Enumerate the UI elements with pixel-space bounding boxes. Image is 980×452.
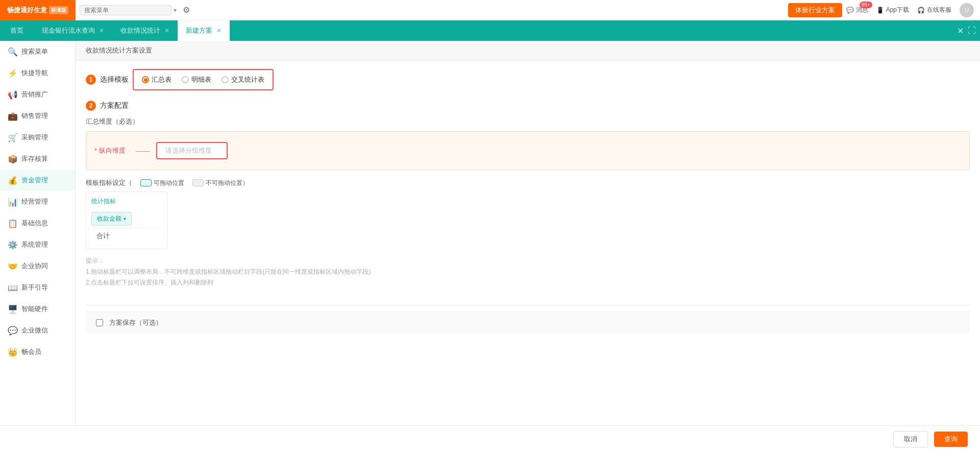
system-icon: ⚙️: [8, 240, 17, 249]
step2-badge: 2: [86, 101, 96, 111]
tips-section: 提示： 1.拖动标题栏可以调整布局，不可跨维度或指标区域拖动栏目字段(只能在同一…: [86, 249, 970, 295]
step1-title: 选择模板: [100, 75, 129, 84]
query-button[interactable]: 查询: [934, 432, 968, 447]
top-header: 畅捷通好生意 标准版 ▾ ⚙ 体验行业方案 💬 消息 99+ 📱 App下载 🎧…: [0, 0, 980, 20]
sidebar-label-hardware: 智能硬件: [21, 304, 48, 314]
config-section: 汇总维度（必选） * 纵向维度 —— 请选择分组维度 模板指标设定（: [86, 117, 970, 295]
download-item[interactable]: 📱 App下载: [876, 6, 909, 14]
management-icon: 📊: [8, 197, 17, 206]
radio-summary[interactable]: 汇总表: [142, 75, 172, 84]
section-container: 1 选择模板 汇总表 明细表: [76, 61, 980, 342]
edition-badge: 标准版: [49, 6, 68, 14]
radio-summary-label: 汇总表: [152, 75, 172, 84]
sidebar-item-system[interactable]: ⚙️ 系统管理: [0, 234, 75, 255]
tab-cashflow-close[interactable]: ✕: [99, 27, 104, 34]
tab-receipts[interactable]: 收款情况统计 ✕: [112, 20, 178, 41]
sidebar-label-marketing: 营销推广: [21, 90, 48, 99]
sidebar-label-inventory: 库存核算: [21, 154, 48, 163]
tab-new-plan-close[interactable]: ✕: [216, 27, 222, 34]
metrics-chip-amount[interactable]: 收款金额 ▾: [91, 212, 132, 226]
sidebar-item-sales[interactable]: 💼 销售管理: [0, 105, 75, 127]
dimension-select[interactable]: 请选择分组维度: [156, 142, 228, 159]
step1-header: 1 选择模板 汇总表 明细表: [86, 69, 970, 90]
basic-icon: 📋: [8, 219, 17, 228]
sidebar-label-management: 经营管理: [21, 197, 48, 206]
sidebar-label-basic: 基础信息: [21, 219, 48, 228]
header-right: 💬 消息 99+ 📱 App下载 🎧 在线客服 U: [846, 3, 974, 17]
chip-dropdown-icon: ▾: [124, 216, 126, 222]
save-label: 方案保存（可选）: [109, 318, 162, 327]
page-title: 收款情况统计方案设置: [86, 46, 152, 54]
tab-cashflow-label: 现金银行流水查询: [42, 26, 95, 35]
service-label: 在线客服: [927, 6, 951, 14]
sidebar-item-guide[interactable]: 📖 新手引导: [0, 277, 75, 298]
step2-title: 方案配置: [100, 101, 129, 110]
tab-new-plan[interactable]: 新建方案 ✕: [178, 20, 230, 41]
step2-section: 2 方案配置 汇总维度（必选） * 纵向维度 —— 请选择分组维度: [86, 101, 970, 295]
tab-cashflow[interactable]: 现金银行流水查询 ✕: [34, 20, 112, 41]
settings-icon[interactable]: ⚙: [183, 5, 190, 15]
dropdown-icon[interactable]: ▾: [174, 7, 177, 14]
service-item[interactable]: 🎧 在线客服: [917, 6, 951, 14]
sidebar-item-basic[interactable]: 📋 基础信息: [0, 212, 75, 234]
sidebar: 🔍 搜索菜单 ⚡ 快捷导航 📢 营销推广 💼 销售管理 🛒 采购管理 📦 库存核…: [0, 41, 76, 425]
sidebar-item-quicknav[interactable]: ⚡ 快捷导航: [0, 62, 75, 84]
download-icon: 📱: [876, 7, 884, 14]
footer-bar: 取消 查询: [0, 425, 980, 452]
hardware-icon: 🖥️: [8, 304, 17, 314]
sidebar-item-search[interactable]: 🔍 搜索菜单: [0, 41, 75, 62]
lightning-icon: ⚡: [8, 68, 17, 78]
sidebar-label-guide: 新手引导: [21, 283, 48, 292]
cancel-button[interactable]: 取消: [893, 431, 928, 447]
message-badge: 99+: [860, 2, 872, 8]
radio-cross-circle: [222, 76, 229, 83]
draggable-indicator: 可拖动位置: [140, 179, 184, 187]
tips-line1: 1.拖动标题栏可以调整布局，不可跨维度或指标区域拖动栏目字段(只能在同一维度或指…: [86, 267, 970, 278]
metrics-hint-prefix: 模板指标设定（: [86, 178, 132, 187]
nav-tabs: 首页 现金银行流水查询 ✕ 收款情况统计 ✕ 新建方案 ✕ ✕ ⛶: [0, 20, 980, 41]
sidebar-item-inventory[interactable]: 📦 库存核算: [0, 148, 75, 170]
radio-cross[interactable]: 交叉统计表: [222, 75, 264, 84]
window-close-icon[interactable]: ✕: [957, 26, 964, 36]
sidebar-label-purchase: 采购管理: [21, 133, 48, 142]
drag-icon: [140, 179, 152, 186]
content-area: 收款情况统计方案设置 1 选择模板 汇总表: [76, 41, 980, 425]
nav-right-actions: ✕ ⛶: [957, 26, 980, 36]
main-layout: 🔍 搜索菜单 ⚡ 快捷导航 📢 营销推广 💼 销售管理 🛒 采购管理 📦 库存核…: [0, 41, 980, 425]
radio-detail[interactable]: 明细表: [182, 75, 211, 84]
sidebar-label-enterprise: 企业协同: [21, 261, 48, 271]
window-expand-icon[interactable]: ⛶: [968, 26, 976, 35]
sidebar-item-marketing[interactable]: 📢 营销推广: [0, 84, 75, 105]
step2-header: 2 方案配置: [86, 101, 970, 111]
sidebar-label-finance: 资金管理: [21, 176, 48, 185]
trial-button[interactable]: 体验行业方案: [788, 3, 842, 17]
page-content: 收款情况统计方案设置 1 选择模板 汇总表: [76, 41, 980, 425]
tab-home[interactable]: 首页: [0, 20, 34, 41]
sidebar-item-hardware[interactable]: 🖥️ 智能硬件: [0, 298, 75, 320]
user-avatar[interactable]: U: [960, 3, 974, 17]
sidebar-label-sales: 销售管理: [21, 111, 48, 121]
sidebar-item-enterprise[interactable]: 🤝 企业协同: [0, 255, 75, 277]
sidebar-item-purchase[interactable]: 🛒 采购管理: [0, 127, 75, 148]
page-title-bar: 收款情况统计方案设置: [76, 41, 980, 61]
marketing-icon: 📢: [8, 90, 17, 99]
message-item[interactable]: 💬 消息 99+: [846, 6, 868, 14]
inventory-icon: 📦: [8, 154, 17, 163]
vertical-dim-label: * 纵向维度: [94, 146, 126, 155]
breadcrumb-area: ▾ ⚙: [80, 5, 780, 15]
no-drag-icon: [192, 179, 204, 186]
search-input[interactable]: [80, 5, 172, 15]
sidebar-item-wechat[interactable]: 💬 企业微信: [0, 320, 75, 341]
save-checkbox[interactable]: [96, 319, 103, 326]
sidebar-item-member[interactable]: 👑 畅会员: [0, 341, 75, 363]
sidebar-item-finance[interactable]: 💰 资金管理: [0, 170, 75, 191]
sidebar-item-management[interactable]: 📊 经营管理: [0, 191, 75, 212]
chip-label: 收款金额: [97, 215, 121, 223]
search-icon: 🔍: [8, 47, 17, 56]
tab-new-plan-label: 新建方案: [186, 26, 212, 35]
tab-receipts-close[interactable]: ✕: [164, 27, 169, 34]
step1-section: 1 选择模板 汇总表 明细表: [86, 69, 970, 90]
download-label: App下载: [886, 6, 909, 14]
radio-summary-circle: [142, 76, 149, 83]
sidebar-label-wechat: 企业微信: [21, 326, 48, 335]
